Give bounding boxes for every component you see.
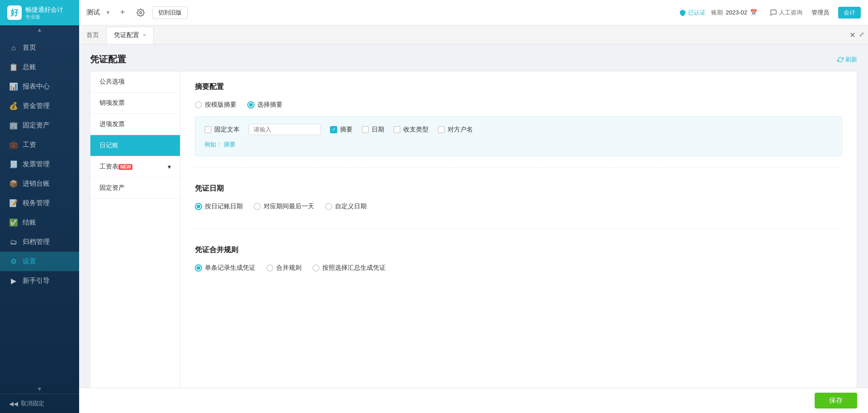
nav-item-journal[interactable]: 日记账 [90, 135, 180, 156]
pin-icon: ◀◀ [9, 400, 18, 407]
date-section-title: 凭证日期 [195, 184, 842, 193]
radio-journal-date[interactable]: 按日记账日期 [195, 202, 243, 211]
company-name: 测试 [86, 8, 100, 17]
date-radio-group: 按日记账日期 对应期间最后一天 自定义日期 [195, 202, 842, 211]
merge-section-title: 凭证合并规则 [195, 245, 842, 255]
sidebar-item-archive[interactable]: 🗂 归档管理 [0, 232, 79, 252]
radio-by-selection[interactable]: 按照选择汇总生成凭证 [312, 264, 386, 272]
archive-icon: 🗂 [9, 238, 18, 246]
invoice-icon: 🧾 [9, 160, 18, 169]
arrow-down-icon: ▾ [168, 163, 171, 170]
page-body: 公共选项 销项发票 进项发票 日记账 工资表 NEW ▾ 固定资产 [79, 71, 868, 413]
guide-icon: ▶ [9, 277, 18, 285]
radio-merge-rule[interactable]: 合并规则 [266, 264, 302, 272]
nav-item-purchase-invoice[interactable]: 进项发票 [90, 114, 180, 135]
radio-circle-custom-date [325, 203, 332, 210]
sidebar-scroll-up[interactable]: ▲ [0, 25, 79, 34]
closing-icon: ✅ [9, 218, 18, 227]
summary-checkbox-group: 固定文本 ✓ 摘要 日期 收支类型 [204, 124, 833, 135]
nav-item-sales-invoice[interactable]: 销项发票 [90, 93, 180, 114]
checkbox-box-counterpart [438, 126, 445, 133]
page-title: 凭证配置 [90, 53, 126, 66]
period-display: 账期 2023-02 📅 [711, 9, 757, 17]
radio-custom-date[interactable]: 自定义日期 [325, 202, 367, 211]
sidebar-item-sales[interactable]: 📦 进销台账 [0, 174, 79, 193]
sales-icon: 📦 [9, 179, 18, 188]
sidebar-scroll-down[interactable]: ▼ [0, 385, 79, 394]
radio-circle-by-selection [312, 264, 320, 272]
payroll-icon: 💼 [9, 141, 18, 149]
user-button[interactable]: 管理员 [808, 7, 833, 19]
tab-close-icon[interactable]: × [143, 32, 146, 38]
consult-button[interactable]: 人工咨询 [770, 9, 802, 17]
radio-template-summary[interactable]: 按模版摘要 [195, 101, 236, 109]
sidebar-item-capital[interactable]: 💰 资金管理 [0, 96, 79, 116]
nav-item-fixed-assets[interactable]: 固定资产 [90, 178, 180, 199]
checkbox-abstract[interactable]: ✓ 摘要 [330, 126, 353, 134]
tax-icon: 📝 [9, 199, 18, 207]
merge-config-section: 凭证合并规则 单条记录生成凭证 合并规则 按照选择汇总生成凭证 [195, 245, 842, 290]
checkbox-box-date [362, 126, 369, 133]
left-nav: 公共选项 销项发票 进项发票 日记账 工资表 NEW ▾ 固定资产 [90, 71, 180, 402]
refresh-button[interactable]: 刷新 [837, 56, 857, 64]
radio-circle-merge [266, 264, 274, 272]
calendar-icon[interactable]: 📅 [750, 9, 757, 16]
radio-single-record[interactable]: 单条记录生成凭证 [195, 264, 255, 272]
sidebar-item-reports[interactable]: 📊 报表中心 [0, 77, 79, 96]
topbar-settings-button[interactable] [134, 6, 147, 19]
checkbox-date[interactable]: 日期 [362, 126, 384, 134]
checkbox-box-fixed-text [204, 126, 212, 133]
sidebar-logo: 好 畅捷通好会计 专业版 [0, 0, 79, 25]
checkbox-income-type[interactable]: 收支类型 [393, 126, 429, 134]
switch-version-button[interactable]: 切到旧版 [152, 6, 188, 19]
sidebar-item-settings[interactable]: ⚙ 设置 [0, 252, 79, 271]
example-text: 例如： 摘要 [204, 141, 833, 149]
merge-radio-group: 单条记录生成凭证 合并规则 按照选择汇总生成凭证 [195, 264, 842, 272]
fixed-text-input[interactable] [249, 124, 321, 135]
radio-last-day[interactable]: 对应期间最后一天 [254, 202, 314, 211]
summary-section-title: 摘要配置 [195, 82, 842, 92]
radio-circle-last-day [254, 203, 261, 210]
sidebar-item-closing[interactable]: ✅ 结账 [0, 213, 79, 232]
example-tag: 摘要 [224, 141, 236, 148]
radio-circle-template [195, 101, 202, 108]
checkbox-box-income-type [393, 126, 401, 133]
tab-home[interactable]: 首页 [79, 27, 106, 44]
tabbar: 首页 凭证配置 × ✕ ⤢ [79, 25, 868, 44]
company-dropdown[interactable]: ▼ [105, 9, 111, 16]
checkbox-fixed-text[interactable]: 固定文本 [204, 126, 240, 134]
close-window-icon[interactable]: ✕ [849, 30, 855, 39]
page-header: 凭证配置 刷新 [79, 44, 868, 71]
radio-circle-select [247, 101, 255, 108]
radio-circle-single [195, 264, 202, 272]
sidebar-item-home[interactable]: ⌂ 首页 [0, 38, 79, 57]
checkbox-counterpart[interactable]: 对方户名 [438, 126, 473, 134]
sidebar-item-tax[interactable]: 📝 税务管理 [0, 193, 79, 213]
sidebar-item-ledger[interactable]: 📋 总账 [0, 57, 79, 77]
maximize-icon[interactable]: ⤢ [859, 30, 864, 39]
logo-text: 畅捷通好会计 专业版 [25, 5, 63, 20]
new-badge: NEW [118, 164, 132, 170]
radio-select-summary[interactable]: 选择摘要 [247, 101, 283, 109]
main-content: 首页 凭证配置 × ✕ ⤢ 凭证配置 刷新 公共选项 销项发票 [79, 25, 868, 413]
sidebar-item-guide[interactable]: ▶ 新手引导 [0, 271, 79, 291]
nav-item-public[interactable]: 公共选项 [90, 71, 180, 93]
svg-point-0 [140, 11, 142, 14]
accountant-button[interactable]: 会计 [838, 7, 861, 19]
sidebar-item-assets[interactable]: 🏢 固定资产 [0, 116, 79, 135]
certified-badge: 已认证 [679, 9, 706, 17]
config-right-content: 摘要配置 按模版摘要 选择摘要 固定文本 [180, 71, 857, 402]
topbar: 测试 ▼ + 切到旧版 已认证 账期 2023-02 📅 人工咨询 管理员 会计 [79, 0, 868, 25]
sidebar-item-invoice[interactable]: 🧾 发票管理 [0, 155, 79, 174]
date-config-section: 凭证日期 按日记账日期 对应期间最后一天 自定义日期 [195, 184, 842, 229]
sidebar-item-payroll[interactable]: 💼 工资 [0, 135, 79, 155]
tab-voucher-config[interactable]: 凭证配置 × [106, 27, 154, 44]
save-button[interactable]: 保存 [815, 393, 857, 408]
add-tab-button[interactable]: + [116, 6, 129, 19]
tabbar-actions: ✕ ⤢ [849, 30, 864, 39]
cancel-fixed-button[interactable]: ◀◀ 取消固定 [0, 394, 79, 413]
nav-item-payroll-table[interactable]: 工资表 NEW ▾ [90, 156, 180, 178]
summary-config-section: 摘要配置 按模版摘要 选择摘要 固定文本 [195, 82, 842, 168]
save-bar: 保存 [79, 388, 868, 413]
settings-icon: ⚙ [9, 257, 18, 266]
